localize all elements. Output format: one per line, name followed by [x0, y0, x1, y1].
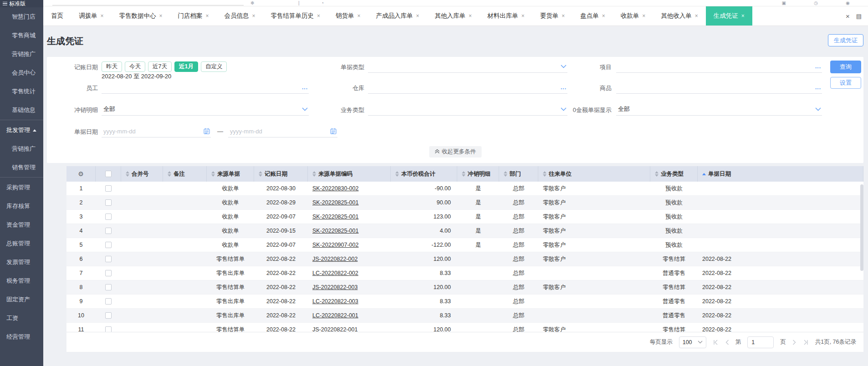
- per-page-select[interactable]: 100: [679, 336, 706, 348]
- sidebar-item[interactable]: 基础信息: [0, 101, 43, 119]
- table-row[interactable]: 10零售出库单2022-08-22LC-20220822-0018.33总部普通…: [66, 309, 863, 323]
- tab-close-icon[interactable]: ×: [741, 13, 745, 19]
- tab[interactable]: 盘点单×: [572, 6, 613, 25]
- quick-date-option[interactable]: 近1月: [174, 61, 198, 72]
- query-button[interactable]: 查询: [830, 61, 861, 73]
- column-header[interactable]: 业务类型: [650, 166, 698, 182]
- offset-detail-field[interactable]: 全部: [102, 103, 309, 116]
- sidebar-item[interactable]: 税务管理: [0, 271, 43, 290]
- sidebar-item[interactable]: 库存核算: [0, 197, 43, 215]
- sidebar-item[interactable]: 固定资产: [0, 290, 43, 309]
- tab[interactable]: 生成凭证×: [706, 6, 752, 25]
- source-code-link[interactable]: SK-20220825-001: [312, 199, 358, 206]
- tab-close-icon[interactable]: ×: [101, 13, 104, 19]
- sidebar-item[interactable]: 工资: [0, 309, 43, 327]
- table-row[interactable]: 8零售结算单2022-08-22JS-20220822-003120.00总部零…: [66, 280, 863, 295]
- tab[interactable]: 调拨单×: [71, 6, 112, 25]
- source-code-link[interactable]: JS-20220822-001: [312, 326, 357, 332]
- sidebar-item[interactable]: 总账管理: [0, 234, 43, 253]
- sidebar-item[interactable]: 营销推广: [0, 45, 43, 63]
- table-row[interactable]: 7零售出库单2022-08-22LC-20220822-0028.33总部普通零…: [66, 266, 863, 280]
- tab-close-icon[interactable]: ×: [317, 13, 320, 19]
- table-row[interactable]: 4收款单2022-09-15SK-20220825-0014.00是总部零散客户…: [66, 224, 863, 238]
- tab-close-icon[interactable]: ×: [469, 13, 472, 19]
- tab-close-icon[interactable]: ×: [695, 13, 698, 19]
- table-row[interactable]: 9零售出库单2022-08-22LC-20220822-0038.33总部普通零…: [66, 295, 863, 309]
- more-icon[interactable]: ...: [815, 84, 821, 91]
- column-header[interactable]: 本币价税合计: [391, 166, 457, 182]
- topbar-search-input[interactable]: [52, 5, 244, 5]
- source-code-link[interactable]: SK-20220825-001: [312, 214, 358, 220]
- topbar-icon[interactable]: ✻: [250, 0, 254, 5]
- settings-column-header[interactable]: ⚙: [66, 166, 96, 182]
- topbar-icon[interactable]: ▣: [782, 0, 786, 5]
- close-all-tabs-icon[interactable]: ×: [846, 12, 850, 20]
- page-number-input[interactable]: [747, 336, 774, 348]
- column-header[interactable]: 来源单据编码: [308, 166, 391, 182]
- table-row[interactable]: 11零售结算单2022-08-22JS-20220822-001120.00总部…: [66, 323, 863, 332]
- column-header[interactable]: 冲销明细: [457, 166, 499, 182]
- quick-date-option[interactable]: 昨天: [102, 61, 122, 72]
- goods-field[interactable]: ...: [616, 81, 822, 94]
- sidebar-item[interactable]: 销售管理: [0, 158, 43, 177]
- sidebar-item[interactable]: 智慧门店: [0, 7, 43, 26]
- row-checkbox[interactable]: [105, 326, 112, 332]
- row-checkbox[interactable]: [105, 256, 112, 262]
- more-icon[interactable]: ...: [815, 63, 821, 70]
- collapse-more-filters-button[interactable]: 收起更多条件: [429, 146, 481, 158]
- row-checkbox[interactable]: [105, 270, 112, 276]
- sidebar-item[interactable]: 零售统计: [0, 82, 43, 101]
- tab-close-icon[interactable]: ×: [357, 13, 361, 19]
- tab[interactable]: 首页: [43, 6, 71, 25]
- tab-list-icon[interactable]: ▤: [856, 13, 862, 20]
- vertical-scrollbar[interactable]: [860, 184, 863, 271]
- tab[interactable]: 会员信息×: [217, 6, 263, 25]
- source-code-link[interactable]: JS-20220822-003: [312, 284, 357, 290]
- tab-close-icon[interactable]: ×: [602, 13, 605, 19]
- calendar-icon[interactable]: [204, 128, 210, 134]
- table-row[interactable]: 2收款单2022-08-29SK-20220825-00190.00是总部零散客…: [66, 196, 863, 210]
- tab[interactable]: 材料出库单×: [480, 6, 532, 25]
- project-field[interactable]: ...: [616, 61, 822, 73]
- source-code-link[interactable]: SK-20220830-002: [312, 185, 358, 192]
- settings-button[interactable]: 设置: [830, 77, 861, 89]
- next-page-icon[interactable]: [792, 340, 797, 345]
- row-checkbox[interactable]: [105, 228, 112, 234]
- source-code-link[interactable]: SK-20220825-001: [312, 228, 358, 234]
- column-header[interactable]: 来源单据: [207, 166, 254, 182]
- tab[interactable]: 要货单×: [532, 6, 573, 25]
- tab[interactable]: 门店档案×: [170, 6, 217, 25]
- calendar-icon[interactable]: [330, 128, 337, 134]
- sidebar-item[interactable]: 批发管理: [0, 121, 43, 139]
- row-checkbox[interactable]: [105, 199, 112, 206]
- topbar-icon[interactable]: ◷: [814, 0, 818, 5]
- sidebar-item[interactable]: 资金管理: [0, 215, 43, 234]
- source-code-link[interactable]: LC-20220822-003: [312, 298, 358, 305]
- select-all-header[interactable]: [96, 166, 121, 182]
- row-checkbox[interactable]: [105, 284, 112, 290]
- tab-close-icon[interactable]: ×: [642, 13, 645, 19]
- tab-close-icon[interactable]: ×: [562, 13, 565, 19]
- topbar-icon[interactable]: ◉: [846, 0, 850, 5]
- employee-field[interactable]: ...: [102, 81, 309, 94]
- tab[interactable]: 其他收入单×: [653, 6, 706, 25]
- sidebar-item[interactable]: 采购管理: [0, 178, 43, 197]
- sidebar-item[interactable]: 发票管理: [0, 253, 43, 271]
- sidebar-item[interactable]: 会员中心: [0, 63, 43, 82]
- warehouse-field[interactable]: ...: [368, 81, 567, 94]
- prev-page-icon[interactable]: [725, 340, 729, 345]
- doc-date-end-input[interactable]: yyyy-mm-dd: [228, 125, 337, 137]
- hamburger-icon[interactable]: [3, 1, 7, 7]
- table-row[interactable]: 3收款单2022-09-07SK-20220825-001123.00是总部零散…: [66, 210, 863, 224]
- tab[interactable]: 其他入库单×: [427, 6, 480, 25]
- first-page-icon[interactable]: [713, 340, 719, 345]
- generate-voucher-button[interactable]: 生成凭证: [828, 34, 863, 46]
- sidebar-item[interactable]: 零售商城: [0, 26, 43, 45]
- tab-close-icon[interactable]: ×: [206, 13, 209, 19]
- row-checkbox[interactable]: [105, 214, 112, 220]
- sidebar-item[interactable]: 营销推广: [0, 139, 43, 158]
- tab[interactable]: 产成品入库单×: [368, 6, 427, 25]
- source-code-link[interactable]: LC-20220822-002: [312, 270, 358, 276]
- row-checkbox[interactable]: [105, 312, 112, 319]
- zero-amount-field[interactable]: 全部: [616, 103, 822, 116]
